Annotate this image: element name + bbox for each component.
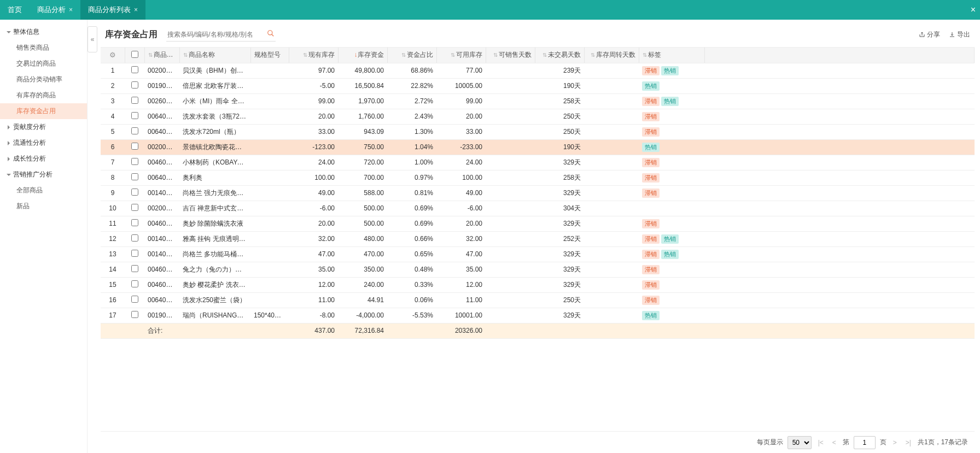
table-row[interactable]: 15004600…奥妙 樱花柔护 洗衣凝珠 1012.00240.000.33%… <box>101 277 975 292</box>
perpage-select[interactable]: 50 <box>788 436 812 449</box>
column-code[interactable]: 商品… <box>144 48 179 63</box>
tree-item[interactable]: 新品 <box>0 198 87 214</box>
cell-tags: 滞销 <box>639 277 704 292</box>
tree-item[interactable]: 商品分类动销率 <box>0 72 87 87</box>
sidebar-collapse-button[interactable]: « <box>88 26 97 52</box>
cell-turn <box>584 93 639 109</box>
table-row[interactable]: 2001900…倍思家 北欧客厅装饰画卧室-5.0016,500.8422.82… <box>101 78 975 93</box>
row-checkbox[interactable] <box>131 127 138 134</box>
table-row[interactable]: 8006400…奥利奥100.00700.000.97%100.00258天滞销 <box>101 170 975 185</box>
row-checkbox[interactable] <box>131 219 138 226</box>
table-row[interactable]: 3002600…小米（MI）雨伞 全自动折叠99.001,970.002.72%… <box>101 93 975 109</box>
pager-prev-button[interactable]: < <box>830 439 838 446</box>
row-index: 3 <box>101 93 125 109</box>
table-row[interactable]: 16006400…洗发水250蜜兰（袋）11.0044.910.06%11.00… <box>101 292 975 308</box>
row-checkbox[interactable] <box>131 158 138 165</box>
cell-turn <box>584 124 639 139</box>
cell-fund: 1,760.00 <box>338 109 387 124</box>
row-checkbox[interactable] <box>131 173 138 180</box>
cell-avail: 10005.00 <box>436 78 486 93</box>
table-row[interactable]: 4006400…洗发水套装（3瓶720ml+1…20.001,760.002.4… <box>101 109 975 124</box>
search-icon[interactable] <box>267 30 275 39</box>
cell-name: 洗发水250蜜兰（袋） <box>179 292 250 308</box>
column-stock[interactable]: 现有库存 <box>289 48 338 63</box>
column-ratio[interactable]: 资金占比 <box>387 48 436 63</box>
table-row[interactable]: 13001400…尚格兰 多功能马桶刷套装 手47.00470.000.65%4… <box>101 246 975 262</box>
tag-badge: 热销 <box>661 250 679 259</box>
row-checkbox[interactable] <box>131 265 138 272</box>
tree-group[interactable]: 整体信息 <box>0 24 87 40</box>
search-input[interactable] <box>166 27 276 42</box>
column-turn[interactable]: 库存周转天数 <box>584 48 639 63</box>
cell-stock: -6.00 <box>289 201 338 216</box>
tree-item[interactable]: 销售类商品 <box>0 40 87 56</box>
table-row[interactable]: 7004600…小林制药（KOBAYASHI）E24.00720.001.00%… <box>101 155 975 170</box>
cell-notrans: 329天 <box>535 155 584 170</box>
tab-商品分析列表[interactable]: 商品分析列表× <box>80 0 145 20</box>
select-all-checkbox[interactable] <box>131 51 138 58</box>
gear-icon: ⚙ <box>109 51 116 59</box>
cell-saledays <box>486 139 535 155</box>
column-checkbox[interactable] <box>125 48 144 63</box>
pager-last-button[interactable]: >| <box>903 439 913 446</box>
table-row[interactable]: 17001900…瑞尚（RUISHANG）卧室…150*40厘米-8.00-4,… <box>101 308 975 323</box>
tree-group[interactable]: 流通性分析 <box>0 135 87 151</box>
row-checkbox[interactable] <box>131 112 138 119</box>
tree-item[interactable]: 库存资金占用 <box>0 103 87 119</box>
table-row[interactable]: 11004600…奥妙 除菌除螨洗衣液20.00500.000.69%20.00… <box>101 216 975 231</box>
tab-close-icon[interactable]: × <box>69 6 73 14</box>
row-index: 14 <box>101 262 125 277</box>
tag-badge: 滞销 <box>642 127 660 137</box>
pager-first-button[interactable]: |< <box>816 439 826 446</box>
column-avail[interactable]: 可用库存 <box>436 48 486 63</box>
pager-next-button[interactable]: > <box>891 439 899 446</box>
row-checkbox[interactable] <box>131 250 138 257</box>
table-row[interactable]: 1002000…贝汉美（BHM）创意北欧…97.0049,800.0068.86… <box>101 63 975 78</box>
tree-group[interactable]: 成长性分析 <box>0 151 87 167</box>
tag-badge: 滞销 <box>642 97 660 106</box>
tag-badge: 滞销 <box>642 158 660 167</box>
table-row[interactable]: 12001400…雅高 挂钩 无痕透明粘钩 强32.00480.000.66%3… <box>101 231 975 246</box>
pager: 每页显示 50 |< < 第 页 > >| 共1页，17条记录 <box>101 431 975 453</box>
table-row[interactable]: 6002000…景德镇北欧陶瓷花瓶摆件 仿-123.00750.001.04%-… <box>101 139 975 155</box>
cell-spec <box>250 292 289 308</box>
close-all-icon[interactable]: × <box>971 0 976 20</box>
table-row[interactable]: 9001400…尚格兰 强力无痕免打孔浴室49.00588.000.81%49.… <box>101 185 975 201</box>
row-checkbox[interactable] <box>131 280 138 287</box>
row-checkbox[interactable] <box>131 189 138 196</box>
tab-商品分析[interactable]: 商品分析× <box>30 0 80 20</box>
column-spec[interactable]: 规格型号 <box>250 48 289 63</box>
tree-item[interactable]: 交易过的商品 <box>0 56 87 72</box>
column-tags[interactable]: 标签 <box>639 48 704 63</box>
cell-name: 雅高 挂钩 无痕透明粘钩 强 <box>179 231 250 246</box>
column-name[interactable]: 商品名称 <box>179 48 250 63</box>
tree-item[interactable]: 有库存的商品 <box>0 87 87 103</box>
column-fund[interactable]: 库存资金 <box>338 48 387 63</box>
row-checkbox[interactable] <box>131 234 138 242</box>
row-checkbox[interactable] <box>131 97 138 104</box>
cell-tags: 滞销热销 <box>639 231 704 246</box>
row-checkbox[interactable] <box>131 204 138 211</box>
row-checkbox[interactable] <box>131 311 138 318</box>
column-notrans[interactable]: 未交易天数 <box>535 48 584 63</box>
row-checkbox[interactable] <box>131 81 138 89</box>
tab-首页[interactable]: 首页 <box>0 0 30 20</box>
row-checkbox[interactable] <box>131 66 138 73</box>
column-saledays[interactable]: 可销售天数 <box>486 48 535 63</box>
table-row[interactable]: 14004600…兔之力（兔の力）粘毛器粘35.00350.000.48%35.… <box>101 262 975 277</box>
row-checkbox[interactable] <box>131 143 138 150</box>
table-row[interactable]: 10002000…吉百 禅意新中式玄关摆件客-6.00500.000.69%-6… <box>101 201 975 216</box>
tree-group[interactable]: 贡献度分析 <box>0 119 87 135</box>
export-button[interactable]: 导出 <box>949 30 970 39</box>
pager-page-input[interactable] <box>854 436 876 449</box>
cell-fund: 350.00 <box>338 262 387 277</box>
tree-item[interactable]: 全部商品 <box>0 183 87 198</box>
cell-name: 倍思家 北欧客厅装饰画卧室 <box>179 78 250 93</box>
table-row[interactable]: 5006400…洗发水720ml（瓶）33.00943.091.30%33.00… <box>101 124 975 139</box>
column-settings[interactable]: ⚙ <box>101 48 125 63</box>
tree-group[interactable]: 营销推广分析 <box>0 167 87 183</box>
row-checkbox[interactable] <box>131 296 138 303</box>
tag-badge: 滞销 <box>642 173 660 183</box>
tab-close-icon[interactable]: × <box>134 6 138 14</box>
share-button[interactable]: 分享 <box>919 30 940 39</box>
